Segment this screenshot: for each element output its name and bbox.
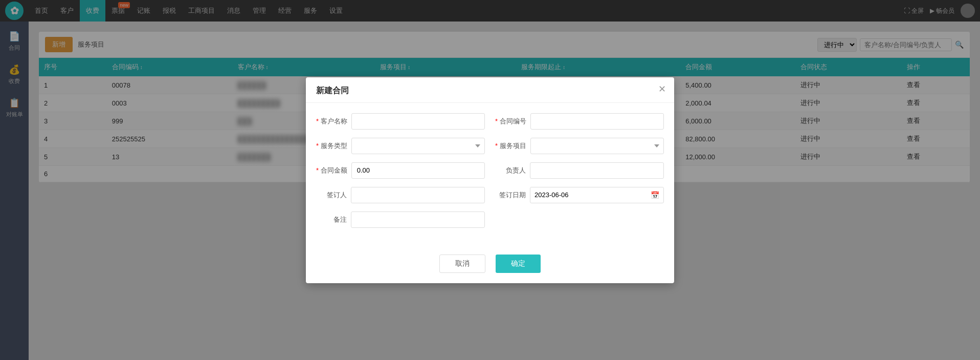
- form-group-contract-no: 合同编号: [495, 113, 664, 130]
- form-row-5: 备注: [316, 211, 664, 228]
- modal-overlay: 新建合同 ✕ 客户名称 合同编号 服务类型: [0, 0, 980, 360]
- service-type-label: 服务类型: [316, 141, 347, 151]
- remark-label: 备注: [316, 215, 347, 224]
- form-row-3: 合同金额 负责人: [316, 162, 664, 179]
- form-group-responsible: 负责人: [495, 162, 664, 179]
- modal-body: 客户名称 合同编号 服务类型 服务项目: [306, 103, 674, 246]
- cancel-button[interactable]: 取消: [439, 255, 485, 273]
- customer-name-input[interactable]: [351, 113, 485, 130]
- contract-no-label: 合同编号: [495, 117, 526, 126]
- service-item-label: 服务项目: [495, 141, 526, 151]
- signer-label: 签订人: [316, 190, 347, 200]
- responsible-label: 负责人: [495, 166, 526, 175]
- form-group-service-item: 服务项目: [495, 138, 664, 154]
- contract-no-input[interactable]: [530, 113, 664, 130]
- contract-amount-input[interactable]: [351, 162, 485, 179]
- modal-title: 新建合同: [306, 77, 674, 103]
- sign-date-input[interactable]: [530, 191, 647, 199]
- sign-date-wrapper: 📅: [530, 187, 664, 203]
- service-item-select[interactable]: [530, 138, 664, 154]
- form-group-remark: 备注: [316, 211, 485, 228]
- form-group-amount: 合同金额: [316, 162, 485, 179]
- service-type-select[interactable]: [351, 138, 485, 154]
- responsible-input[interactable]: [530, 162, 664, 179]
- modal-close-button[interactable]: ✕: [658, 83, 666, 95]
- modal-footer: 取消 确定: [306, 246, 674, 283]
- form-group-service-type: 服务类型: [316, 138, 485, 154]
- form-group-signer: 签订人: [316, 187, 485, 203]
- form-row-4: 签订人 签订日期 📅: [316, 187, 664, 203]
- sign-date-label: 签订日期: [495, 190, 526, 200]
- form-row-2: 服务类型 服务项目: [316, 138, 664, 154]
- form-row-1: 客户名称 合同编号: [316, 113, 664, 130]
- form-group-sign-date: 签订日期 📅: [495, 187, 664, 203]
- confirm-button[interactable]: 确定: [496, 255, 541, 273]
- form-group-customer: 客户名称: [316, 113, 485, 130]
- remark-input[interactable]: [351, 211, 485, 228]
- calendar-icon[interactable]: 📅: [647, 191, 663, 199]
- signer-input[interactable]: [351, 187, 485, 203]
- contract-amount-label: 合同金额: [316, 166, 347, 175]
- customer-name-label: 客户名称: [316, 117, 347, 126]
- new-contract-modal: 新建合同 ✕ 客户名称 合同编号 服务类型: [306, 77, 674, 283]
